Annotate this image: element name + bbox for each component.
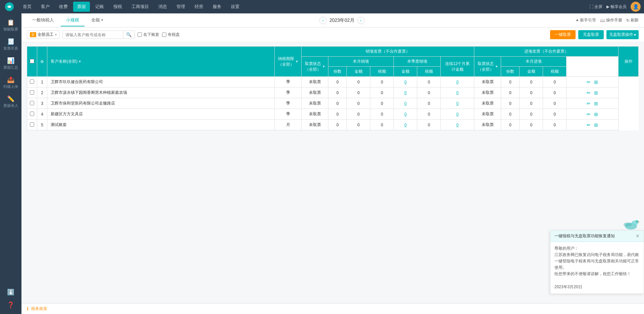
customer-filter[interactable]: 客户名称(全部) ▼ bbox=[51, 59, 82, 64]
period-prev-btn[interactable]: ‹ bbox=[319, 17, 327, 24]
under-account-checkbox[interactable] bbox=[138, 33, 142, 37]
nav-home[interactable]: 首页 bbox=[19, 2, 36, 12]
amount-quarter-link[interactable]: 0 bbox=[404, 123, 407, 127]
th-tax-period: 纳税期限（全部） ▼ bbox=[275, 47, 302, 77]
sidebar-item-scan-upload[interactable]: 📤 扫描上传 bbox=[1, 74, 20, 92]
sidebar-item-help[interactable]: ❓ bbox=[1, 299, 20, 311]
top-navigation: 首页 客户 收费 票据 记账 报税 工商项目 消息 管理 经营 服务 设置 ⛶ … bbox=[0, 0, 644, 13]
nav-management[interactable]: 管理 bbox=[172, 2, 189, 12]
tax-policy-link[interactable]: 税务政策 bbox=[31, 306, 47, 312]
period-next-btn[interactable]: › bbox=[357, 17, 365, 24]
select-all-checkbox[interactable] bbox=[30, 59, 34, 63]
left-sidebar: 📋 智能取票 🧾 发票开具 📊 票据汇总 📤 扫描上传 ✏️ 票据录入 ⬇️ ❓ bbox=[0, 13, 21, 314]
tab-general-taxpayer[interactable]: 一般纳税人 bbox=[27, 14, 59, 26]
no-disk-fetch-btn[interactable]: 无盘取票 bbox=[578, 30, 604, 39]
sidebar-item-invoice-summary[interactable]: 📊 票据汇总 bbox=[1, 55, 20, 73]
notification-scroll[interactable]: 尊敬的用户： 江苏政务网已恢复访问电子税务局功能，易代账一键登陆电子税务局与无盘… bbox=[554, 245, 640, 290]
svg-marker-5 bbox=[638, 221, 640, 223]
row-action-cell: ✏ ⊞ bbox=[567, 77, 619, 87]
has-tax-disk-checkbox-label[interactable]: 有税盘 bbox=[162, 32, 180, 38]
fetch-status-sales-filter[interactable]: 取票状态（全部） ▼ bbox=[304, 61, 325, 72]
row-checkbox-cell bbox=[27, 87, 37, 98]
row-fetch-status-input-cell: 未取票 bbox=[474, 87, 501, 98]
one-click-fetch-btn[interactable]: 一键取票 bbox=[550, 30, 576, 39]
tax-period-filter[interactable]: 纳税期限（全部） ▼ bbox=[277, 56, 299, 67]
sidebar-item-invoice-issue[interactable]: 🧾 发票开具 bbox=[1, 36, 20, 54]
sidebar-item-download[interactable]: ⬇️ bbox=[1, 287, 20, 298]
cumulative-link[interactable]: 0 bbox=[456, 80, 459, 84]
row-checkbox-cell bbox=[27, 109, 37, 120]
row-checkbox-1[interactable] bbox=[30, 90, 34, 95]
cumulative-link[interactable]: 0 bbox=[456, 123, 459, 127]
edit-icon[interactable]: ✏ bbox=[586, 101, 592, 106]
notification-title: 一键报税与无盘取票功能恢复通知 bbox=[554, 233, 615, 239]
tab-small-scale[interactable]: 小规模 bbox=[61, 14, 85, 26]
view-icon[interactable]: ⊞ bbox=[593, 79, 599, 85]
row-cumulative-cell: 0 bbox=[441, 77, 474, 87]
nav-settings[interactable]: 设置 bbox=[227, 2, 244, 12]
tab-all-capable[interactable]: 全能 ▾ bbox=[86, 14, 108, 26]
edit-icon[interactable]: ✏ bbox=[586, 112, 592, 117]
row-fetch-status-sales-cell: 未取票 bbox=[302, 77, 328, 87]
nav-bookkeeping[interactable]: 记账 bbox=[91, 2, 108, 12]
search-box[interactable]: 🔍 bbox=[62, 30, 135, 39]
sidebar-item-smart-fetch[interactable]: 📋 智能取票 bbox=[1, 17, 20, 35]
table-row: 2 卫辉市汲水镇下园闻香阁营木种植家庭农场 季 未取票 0 0 0 0 0 0 … bbox=[27, 87, 639, 98]
cumulative-link[interactable]: 0 bbox=[456, 90, 459, 95]
row-cumulative-cell: 0 bbox=[441, 98, 474, 109]
row-tax-sales-cell: 0 bbox=[370, 98, 394, 109]
fullscreen-btn[interactable]: ⛶ 全屏 bbox=[589, 4, 602, 10]
member-btn[interactable]: ▶ 畅享会员 bbox=[606, 4, 627, 10]
row-no-cell: 2 bbox=[37, 87, 47, 98]
view-icon[interactable]: ⊞ bbox=[593, 122, 599, 128]
filter-icon-4: ▼ bbox=[495, 65, 498, 68]
sidebar-item-invoice-entry[interactable]: ✏️ 票据录入 bbox=[1, 93, 20, 111]
view-icon[interactable]: ⊞ bbox=[593, 101, 599, 106]
edit-icon[interactable]: ✏ bbox=[586, 122, 592, 128]
amount-quarter-link[interactable]: 0 bbox=[404, 90, 407, 95]
row-shares-sales-cell: 0 bbox=[328, 120, 347, 130]
nav-customer[interactable]: 客户 bbox=[37, 2, 54, 12]
under-account-checkbox-label[interactable]: 名下账套 bbox=[138, 32, 159, 38]
invoice-table: ⚙ 客户名称(全部) ▼ 纳税期限（全部） ▼ bbox=[27, 46, 639, 130]
nav-business[interactable]: 工商项目 bbox=[127, 2, 153, 12]
row-checkbox-2[interactable] bbox=[30, 101, 34, 105]
view-icon[interactable]: ⊞ bbox=[593, 112, 599, 117]
cumulative-link[interactable]: 0 bbox=[456, 101, 459, 106]
has-tax-disk-checkbox[interactable] bbox=[162, 33, 166, 37]
nav-tax[interactable]: 报税 bbox=[109, 2, 126, 12]
edit-icon[interactable]: ✏ bbox=[586, 90, 592, 96]
row-checkbox-3[interactable] bbox=[30, 112, 34, 116]
nav-message[interactable]: 消息 bbox=[154, 2, 171, 12]
amount-quarter-link[interactable]: 0 bbox=[404, 101, 407, 106]
th-checkbox bbox=[27, 47, 37, 77]
new-guide-link[interactable]: ✦ 新手引导 bbox=[576, 17, 596, 23]
filter-icon: ▼ bbox=[78, 60, 82, 63]
amount-quarter-link[interactable]: 0 bbox=[404, 80, 407, 84]
edit-icon[interactable]: ✏ bbox=[586, 79, 592, 85]
nav-operation[interactable]: 经营 bbox=[191, 2, 207, 12]
refresh-link[interactable]: ↻ 刷新 bbox=[626, 17, 639, 23]
sidebar-item-label: 智能取票 bbox=[3, 27, 18, 32]
manual-link[interactable]: 📖 操作手册 bbox=[600, 17, 622, 23]
row-checkbox-4[interactable] bbox=[30, 122, 34, 127]
row-amount-quarter-cell: 0 bbox=[394, 98, 417, 109]
search-input[interactable] bbox=[63, 31, 123, 39]
row-checkbox-0[interactable] bbox=[30, 79, 34, 84]
employee-select[interactable]: 全 全部员工 ▾ bbox=[27, 30, 60, 39]
nav-service[interactable]: 服务 bbox=[209, 2, 225, 12]
cumulative-link[interactable]: 0 bbox=[456, 112, 459, 117]
search-button[interactable]: 🔍 bbox=[123, 31, 135, 39]
user-avatar[interactable]: 👤 bbox=[631, 2, 641, 12]
nav-invoice[interactable]: 票据 bbox=[73, 2, 90, 12]
row-cumulative-cell: 0 bbox=[441, 109, 474, 120]
nav-fee[interactable]: 收费 bbox=[55, 2, 72, 12]
settings-icon[interactable]: ⚙ bbox=[40, 59, 44, 64]
view-icon[interactable]: ⊞ bbox=[593, 90, 599, 96]
row-customer-cell: 新建区方方文具店 bbox=[47, 109, 275, 120]
row-tax-period-cell: 季 bbox=[275, 77, 302, 87]
fetch-status-input-filter[interactable]: 取票状态（全部） ▼ bbox=[477, 61, 498, 72]
no-disk-ops-btn[interactable]: 无盘取票操作 ▾ bbox=[606, 30, 639, 39]
notification-close-btn[interactable]: ✕ bbox=[636, 233, 640, 239]
amount-quarter-link[interactable]: 0 bbox=[404, 112, 407, 117]
